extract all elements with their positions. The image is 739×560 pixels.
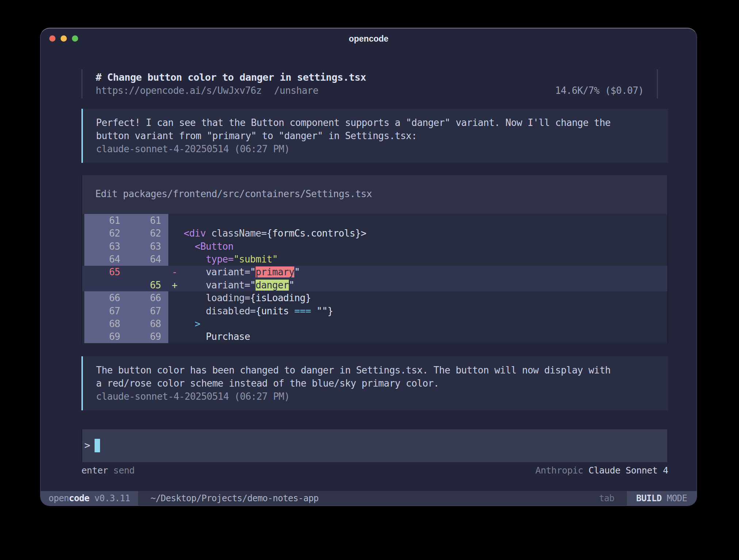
app-window: opencode # Change button color to danger… (40, 28, 697, 506)
diff-code-line: > (181, 317, 200, 330)
mode-primary: BUILD (636, 493, 662, 503)
diff-marker (168, 291, 181, 304)
diff-row: 6767 disabled={units === ""} (82, 304, 667, 317)
diff-row: 6363 <Button (82, 240, 667, 253)
mode-badge[interactable]: BUILD MODE (627, 491, 697, 506)
diff-row: 65- variant="primary" (82, 266, 667, 279)
gutter-new-line-number: 64 (127, 253, 168, 265)
provider-label: Anthropic (535, 465, 583, 476)
mode-secondary-label: MODE (667, 493, 687, 503)
diff-row: 6969 Purchase (82, 330, 667, 343)
gutter-new-line-number: 63 (127, 240, 168, 253)
model-timestamp: claude-sonnet-4-20250514 (06:27 PM) (96, 142, 661, 156)
message-text-line: a red/rose color scheme instead of the b… (96, 377, 661, 390)
gutter-old-line-number: 63 (84, 240, 127, 253)
session-header: # Change button color to danger in setti… (81, 69, 658, 99)
code-segment: > (195, 318, 200, 329)
gutter-old-line-number: 66 (84, 291, 127, 304)
diff-marker (168, 240, 181, 253)
prompt-input[interactable]: > (81, 429, 668, 462)
gutter-old-line-number: 67 (84, 304, 127, 317)
hint-bar: enter send Anthropic Claude Sonnet 4 (81, 465, 668, 476)
share-url[interactable]: https://opencode.ai/s/UwJxv76z (96, 84, 262, 97)
gutter-new-line-number: 61 (127, 214, 168, 227)
diff-marker (168, 304, 181, 317)
code-segment: {isLoading} (250, 292, 311, 303)
diff-code-line: disabled={units === ""} (181, 304, 333, 317)
diff-row: 6464 type="submit" (82, 253, 667, 265)
mode-secondary (662, 493, 667, 503)
diff-code-line: type="submit" (181, 253, 278, 265)
diff-row: 6868 > (82, 317, 667, 330)
code-segment: ""} (311, 306, 333, 317)
status-bar: opencode v0.3.11 ~/Desktop/Projects/demo… (41, 491, 697, 506)
gutter-old-line-number: 65 (84, 266, 127, 279)
code-segment: <Button (195, 241, 233, 252)
code-segment (184, 292, 206, 303)
code-segment (184, 280, 206, 291)
code-segment: <div (184, 228, 206, 239)
code-segment: "submit" (233, 254, 277, 265)
gutter-new-line-number: 62 (127, 227, 168, 239)
gutter-new-line-number: 66 (127, 291, 168, 304)
diff-code-line: variant="primary" (181, 266, 300, 279)
code-segment (184, 306, 206, 317)
diff-marker: + (168, 279, 181, 291)
version-label (89, 493, 95, 503)
titlebar[interactable]: opencode (41, 28, 697, 48)
code-segment (184, 318, 195, 329)
app-name-code: code (69, 493, 89, 503)
code-segment: variant= (206, 266, 250, 277)
code-segment: === (294, 306, 311, 317)
assistant-message: Perfect! I can see that the Button compo… (81, 109, 668, 163)
zoom-button[interactable] (72, 35, 78, 42)
close-button[interactable] (49, 35, 55, 42)
diff-row: 6262<div className={formCs.controls}> (82, 227, 667, 239)
edit-tool-panel: Edit packages/frontend/src/containers/Se… (81, 175, 668, 343)
code-segment: " (250, 280, 256, 291)
model-timestamp: claude-sonnet-4-20250514 (06:27 PM) (96, 390, 661, 403)
main-content: # Change button color to danger in setti… (41, 48, 697, 491)
unshare-command[interactable]: /unshare (274, 84, 318, 97)
gutter-new-line-number: 65 (127, 279, 168, 291)
code-segment: disabled= (206, 306, 256, 317)
code-segment: loading= (206, 292, 250, 303)
diff-marker (168, 330, 181, 343)
gutter-old-line-number (84, 279, 127, 291)
gutter-new-line-number: 67 (127, 304, 168, 317)
diff-code-line: <div className={formCs.controls}> (181, 227, 366, 239)
code-segment (184, 331, 206, 342)
code-segment: primary (256, 266, 294, 277)
gutter-old-line-number: 64 (84, 253, 127, 265)
code-segment: className= (206, 228, 267, 239)
gutter-new-line-number: 69 (127, 330, 168, 343)
diff-view: 61616262<div className={formCs.controls}… (82, 214, 667, 343)
code-segment: type= (206, 254, 234, 265)
gutter-old-line-number: 69 (84, 330, 127, 343)
code-segment: " (289, 280, 294, 291)
code-segment: {formCs.controls}> (267, 228, 366, 239)
prompt-chevron: > (84, 439, 90, 452)
code-segment (184, 266, 206, 277)
app-name-open: open (49, 493, 69, 503)
minimize-button[interactable] (61, 35, 67, 42)
diff-code-line (181, 214, 184, 227)
code-segment (184, 241, 195, 252)
message-text-line: The button color has been changed to dan… (96, 364, 661, 377)
code-segment: " (250, 266, 256, 277)
message-text-line: Perfect! I can see that the Button compo… (96, 116, 661, 129)
diff-marker: - (168, 266, 181, 279)
traffic-lights (49, 35, 78, 42)
gutter-old-line-number: 62 (84, 227, 127, 239)
tab-key-hint[interactable]: tab (599, 491, 625, 506)
code-segment: variant= (206, 280, 250, 291)
code-segment: danger (256, 280, 289, 291)
gutter-old-line-number: 61 (84, 214, 127, 227)
send-label: send (113, 465, 134, 476)
message-text-line: button variant from "primary" to "danger… (96, 129, 661, 142)
code-segment: {units (256, 306, 294, 317)
diff-row: 6161 (82, 214, 667, 227)
enter-key-hint: enter (81, 465, 108, 476)
code-segment (184, 254, 206, 265)
diff-code-line: <Button (181, 240, 233, 253)
